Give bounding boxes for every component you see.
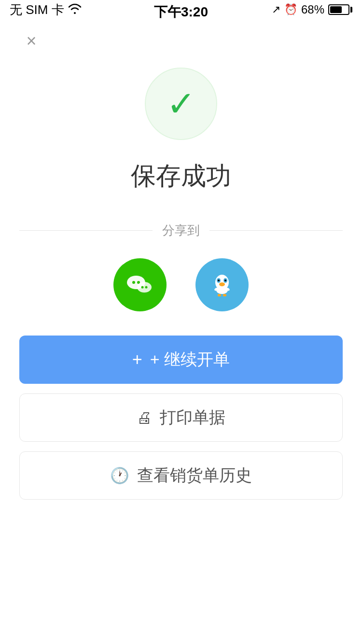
divider-right	[209, 230, 343, 231]
main-content: × ✓ 保存成功 分享到	[0, 19, 362, 644]
history-icon: 🕐	[110, 466, 129, 485]
wechat-icon	[123, 268, 157, 302]
wifi-icon	[68, 2, 82, 17]
success-indicator: ✓	[145, 68, 217, 140]
success-title: 保存成功	[131, 159, 231, 193]
close-icon: ×	[26, 32, 36, 50]
close-button[interactable]: ×	[19, 29, 43, 53]
alarm-icon: ⏰	[284, 3, 297, 16]
svg-point-4	[141, 286, 144, 289]
qq-share-button[interactable]	[195, 258, 249, 311]
svg-point-3	[137, 282, 152, 293]
battery-percent: 68%	[301, 3, 324, 16]
divider-left	[19, 230, 153, 231]
location-icon: ↗	[272, 3, 280, 16]
svg-point-10	[224, 280, 226, 281]
svg-point-11	[219, 282, 225, 286]
wechat-share-button[interactable]	[113, 258, 167, 311]
time-display: 下午3:20	[154, 3, 208, 21]
share-icons-row	[19, 258, 343, 311]
qq-icon	[207, 270, 237, 300]
share-divider: 分享到	[19, 222, 343, 239]
action-buttons: + + 继续开单 🖨 打印单据 🕐 查看销货单历史	[19, 336, 343, 500]
share-label: 分享到	[162, 222, 200, 239]
carrier-text: 无 SIM 卡	[10, 1, 64, 18]
svg-point-1	[132, 281, 135, 284]
svg-point-9	[218, 280, 220, 281]
print-label: 打印单据	[160, 406, 225, 429]
print-button[interactable]: 🖨 打印单据	[19, 393, 343, 442]
history-button[interactable]: 🕐 查看销货单历史	[19, 451, 343, 500]
checkmark-icon: ✓	[167, 86, 195, 121]
continue-order-button[interactable]: + + 继续开单	[19, 336, 343, 384]
status-left: 无 SIM 卡	[10, 1, 82, 18]
print-icon: 🖨	[137, 409, 152, 427]
share-section: 分享到	[19, 222, 343, 311]
continue-label: + 继续开单	[150, 349, 230, 371]
battery-icon	[328, 4, 352, 15]
status-bar: 无 SIM 卡 下午3:20 ↗ ⏰ 68%	[0, 0, 362, 19]
svg-point-5	[145, 286, 148, 289]
history-label: 查看销货单历史	[137, 464, 252, 487]
svg-rect-15	[218, 294, 221, 296]
status-right: ↗ ⏰ 68%	[272, 3, 352, 16]
svg-rect-16	[223, 294, 226, 296]
continue-icon: +	[132, 350, 142, 370]
